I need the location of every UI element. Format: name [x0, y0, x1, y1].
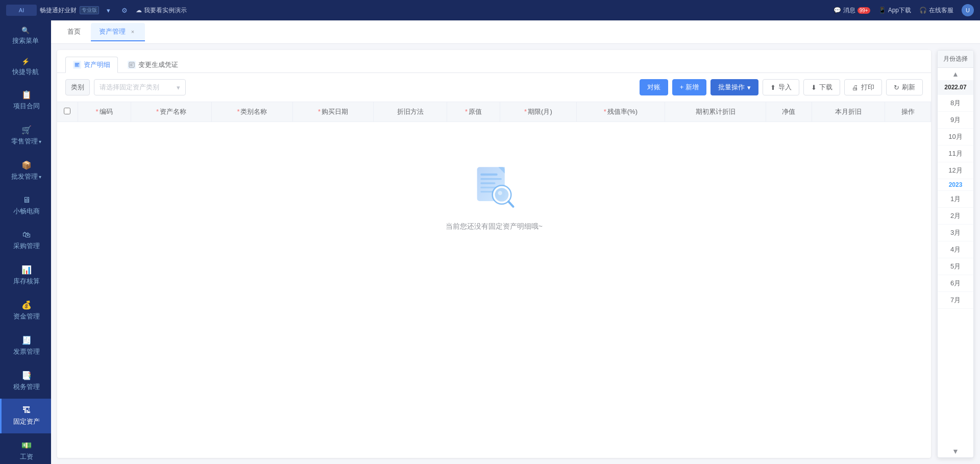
sidebar-item-finance[interactable]: 💰 资金管理	[0, 293, 51, 328]
sidebar-item-purchase[interactable]: 🛍 采购管理	[0, 223, 51, 258]
table-header-residual-rate: *残值率(%)	[576, 102, 665, 122]
main-layout: 🔍 搜索菜单 ⚡ 快捷导航 📋 项目合同 🛒 零售管理▾ 📦 批发管理▾ 🖥 小…	[0, 20, 980, 464]
batch-button[interactable]: 批量操作 ▾	[710, 79, 758, 95]
retail-icon: 🛒	[21, 125, 32, 135]
settings-icon[interactable]: ⚙	[117, 3, 132, 17]
app-icon: 📱	[878, 7, 886, 14]
month-item-2023-2[interactable]: 2月	[938, 208, 973, 225]
user-avatar[interactable]: U	[962, 4, 974, 16]
app-download-button[interactable]: 📱 App下载	[878, 6, 911, 15]
svg-rect-8	[480, 182, 495, 184]
search-icon: 🔍	[21, 27, 30, 34]
tab-asset-label: 资产管理	[99, 27, 126, 36]
brand-logo-text: AI	[19, 7, 24, 13]
invoice-icon: 🧾	[21, 335, 32, 345]
month-item-2023-6[interactable]: 6月	[938, 275, 973, 292]
brand-logo: AI	[6, 5, 37, 16]
sub-tab-change-voucher[interactable]: 变更生成凭证	[120, 56, 186, 72]
sidebar-item-inventory[interactable]: 📊 库存核算	[0, 258, 51, 293]
reconcile-button[interactable]: 对账	[640, 79, 668, 95]
sidebar-item-salary[interactable]: 💵 工资	[0, 433, 51, 464]
refresh-icon: ↻	[894, 84, 899, 91]
month-current-year[interactable]: 2022.07	[938, 80, 973, 95]
table-header-original-value: *原值	[447, 102, 500, 122]
sidebar-item-tax[interactable]: 📑 税务管理	[0, 363, 51, 399]
import-button[interactable]: ⬆ 导入	[763, 79, 799, 95]
main-panel: 资产明细 变更生成凭证 类别 请选择固定资产类别	[57, 50, 931, 458]
project-icon: 📋	[21, 90, 32, 100]
brand-dropdown[interactable]: ▾	[103, 5, 113, 15]
inner-content: 资产明细 变更生成凭证 类别 请选择固定资产类别	[51, 44, 980, 464]
month-item-8[interactable]: 8月	[938, 95, 973, 112]
month-nav-down[interactable]: ▼	[938, 445, 973, 457]
table-header-monthly-depreciation: 本月折旧	[812, 102, 885, 122]
svg-rect-3	[75, 66, 79, 66]
empty-state: 当前您还没有固定资产明细哦~	[57, 122, 931, 272]
message-label: 消息	[843, 6, 855, 15]
demo-icon: ☁	[136, 7, 142, 14]
svg-rect-7	[480, 178, 502, 180]
download-button[interactable]: ⬇ 下载	[803, 79, 840, 95]
sidebar-item-label: 固定资产	[13, 417, 40, 426]
quicknav-icon: ⚡	[21, 58, 30, 65]
asset-detail-icon	[73, 61, 81, 69]
tab-home[interactable]: 首页	[59, 23, 89, 41]
wholesale-icon: 📦	[21, 160, 32, 170]
sidebar-search[interactable]: 🔍 搜索菜单	[0, 20, 51, 52]
content-area: 首页 资产管理 × 资产明细	[51, 20, 980, 464]
month-year-2023: 2023	[938, 179, 973, 191]
add-button[interactable]: + 新增	[672, 79, 706, 95]
table-header-depreciation-method: 折旧方法	[374, 102, 447, 122]
demo-text: 我要看实例演示	[144, 6, 187, 15]
tab-home-label: 首页	[67, 27, 81, 36]
category-label: 类别	[65, 79, 90, 95]
print-button[interactable]: 🖨 打印	[844, 79, 882, 95]
sub-tab-asset-detail-label: 资产明细	[84, 60, 110, 69]
fixed-assets-icon: 🏗	[22, 406, 31, 415]
avatar-circle: U	[962, 4, 974, 16]
select-all-checkbox[interactable]	[64, 108, 70, 114]
month-nav-up[interactable]: ▲	[938, 68, 973, 80]
demo-link[interactable]: ☁ 我要看实例演示	[136, 6, 187, 15]
sub-tab-bar: 资产明细 变更生成凭证	[57, 50, 931, 73]
sidebar-item-project[interactable]: 📋 项目合同	[0, 83, 51, 118]
online-service-button[interactable]: 🎧 在线客服	[919, 6, 953, 15]
table-header-period: *期限(月)	[500, 102, 576, 122]
top-bar-right: 💬 消息 99+ 📱 App下载 🎧 在线客服 U	[834, 4, 974, 16]
sidebar-item-fixed-assets[interactable]: 🏗 固定资产	[0, 399, 51, 433]
message-button[interactable]: 💬 消息 99+	[834, 6, 870, 15]
month-item-2023-5[interactable]: 5月	[938, 258, 973, 275]
toolbar-right: 对账 + 新增 批量操作 ▾ ⬆ 导入 ⬇ 下载	[640, 79, 923, 95]
month-item-12[interactable]: 12月	[938, 162, 973, 179]
month-item-2023-3[interactable]: 3月	[938, 225, 973, 241]
empty-icon	[469, 163, 520, 214]
sidebar-item-ecommerce[interactable]: 🖥 小畅电商	[0, 188, 51, 223]
refresh-label: 刷新	[902, 83, 915, 92]
month-item-2023-4[interactable]: 4月	[938, 241, 973, 258]
table-header-accumulated-depreciation: 期初累计折旧	[665, 102, 766, 122]
month-item-10[interactable]: 10月	[938, 129, 973, 145]
tab-close-icon[interactable]: ×	[129, 28, 137, 36]
month-item-11[interactable]: 11月	[938, 145, 973, 162]
month-item-2023-7[interactable]: 7月	[938, 292, 973, 309]
sub-tab-asset-detail[interactable]: 资产明细	[65, 57, 118, 73]
sidebar-quicknav[interactable]: ⚡ 快捷导航	[0, 52, 51, 83]
month-selector: 月份选择 ▲ 2022.07 8月 9月 10月 11月 12月 2023 1月…	[937, 50, 974, 458]
sidebar-item-label: 批发管理▾	[11, 172, 41, 181]
svg-rect-2	[75, 64, 78, 65]
refresh-button[interactable]: ↻ 刷新	[886, 79, 923, 95]
brand-edition: 专业版	[80, 6, 99, 14]
tax-icon: 📑	[21, 371, 32, 380]
quicknav-label: 快捷导航	[12, 67, 39, 77]
sub-tab-change-voucher-label: 变更生成凭证	[138, 60, 178, 69]
month-item-2023-1[interactable]: 1月	[938, 191, 973, 208]
sidebar-item-wholesale[interactable]: 📦 批发管理▾	[0, 153, 51, 188]
sidebar-item-invoice[interactable]: 🧾 发票管理	[0, 328, 51, 363]
tab-asset-management[interactable]: 资产管理 ×	[91, 23, 145, 41]
headset-icon: 🎧	[919, 7, 927, 14]
download-label: 下载	[819, 83, 832, 92]
sidebar-item-retail[interactable]: 🛒 零售管理▾	[0, 118, 51, 153]
category-select[interactable]: 请选择固定资产类别 ▾	[94, 79, 186, 95]
svg-point-14	[498, 191, 502, 195]
month-item-9[interactable]: 9月	[938, 112, 973, 129]
